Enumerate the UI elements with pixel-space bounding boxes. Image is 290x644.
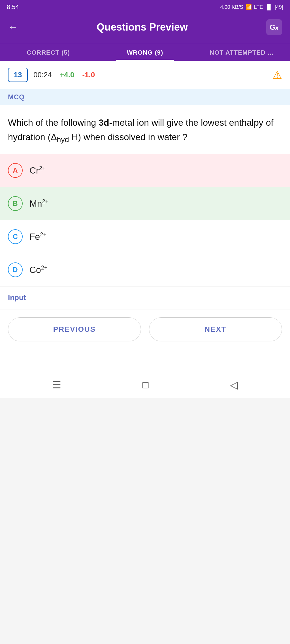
- tab-not-attempted[interactable]: NOT ATTEMPTED ...: [193, 43, 290, 61]
- option-d-circle: D: [8, 262, 23, 277]
- question-number: 13: [8, 68, 28, 82]
- menu-icon[interactable]: ☰: [52, 379, 61, 391]
- back-nav-icon[interactable]: ◁: [230, 379, 238, 391]
- home-icon[interactable]: □: [142, 379, 149, 391]
- option-c[interactable]: C Fe2+: [0, 220, 290, 253]
- signal-type: LTE: [254, 4, 263, 10]
- network-speed: 4.00 KB/S: [220, 4, 243, 10]
- tab-correct[interactable]: CORRECT (5): [0, 43, 97, 61]
- signal-bars: ▐▌: [265, 4, 272, 10]
- question-header: 13 00:24 +4.0 -1.0 ⚠: [0, 61, 290, 89]
- wifi-icon: 📶: [246, 4, 252, 10]
- option-c-circle: C: [8, 229, 23, 244]
- subscript-hyd: hyd: [57, 136, 69, 144]
- question-timer: 00:24: [33, 70, 52, 79]
- status-time: 8:54: [7, 3, 19, 11]
- question-text: Which of the following 3d-metal ion will…: [0, 105, 290, 154]
- option-a[interactable]: A Cr2+: [0, 154, 290, 187]
- status-bar: 8:54 4.00 KB/S 📶 LTE ▐▌ [49]: [0, 0, 290, 14]
- option-b-text: Mn2+: [29, 198, 48, 209]
- page-title: Questions Preview: [97, 21, 188, 33]
- translate-button[interactable]: Gx: [266, 19, 282, 35]
- question-type-label: MCQ: [0, 89, 290, 105]
- bottom-navigation-bar: ☰ □ ◁: [0, 372, 290, 398]
- option-a-text: Cr2+: [29, 165, 46, 176]
- battery-icon: [49]: [275, 4, 283, 10]
- question-text-part1: Which of the following 3d-metal ion will…: [8, 117, 273, 142]
- content-area: 13 00:24 +4.0 -1.0 ⚠ MCQ Which of the fo…: [0, 61, 290, 398]
- input-label: Input: [8, 293, 26, 302]
- navigation-buttons: PREVIOUS NEXT: [0, 309, 290, 349]
- option-d-text: Co2+: [29, 264, 48, 275]
- option-b-circle: B: [8, 196, 23, 211]
- input-section: Input: [0, 286, 290, 309]
- option-b[interactable]: B Mn2+: [0, 187, 290, 220]
- question-header-left: 13 00:24 +4.0 -1.0: [8, 68, 95, 82]
- translate-icon: Gx: [270, 23, 278, 32]
- status-bar-right: 4.00 KB/S 📶 LTE ▐▌ [49]: [220, 4, 283, 10]
- tabs-bar: CORRECT (5) WRONG (9) NOT ATTEMPTED ...: [0, 43, 290, 61]
- option-c-text: Fe2+: [29, 231, 46, 242]
- header: ← Questions Preview Gx: [0, 14, 290, 43]
- next-button[interactable]: NEXT: [149, 317, 282, 341]
- marks-negative: -1.0: [82, 70, 95, 79]
- back-button[interactable]: ←: [8, 21, 18, 33]
- bold-3d: 3d: [99, 117, 109, 128]
- warning-icon: ⚠: [272, 69, 282, 81]
- option-a-circle: A: [8, 163, 23, 178]
- previous-button[interactable]: PREVIOUS: [8, 317, 141, 341]
- marks-positive: +4.0: [60, 70, 74, 79]
- option-d[interactable]: D Co2+: [0, 253, 290, 286]
- tab-wrong[interactable]: WRONG (9): [97, 43, 193, 61]
